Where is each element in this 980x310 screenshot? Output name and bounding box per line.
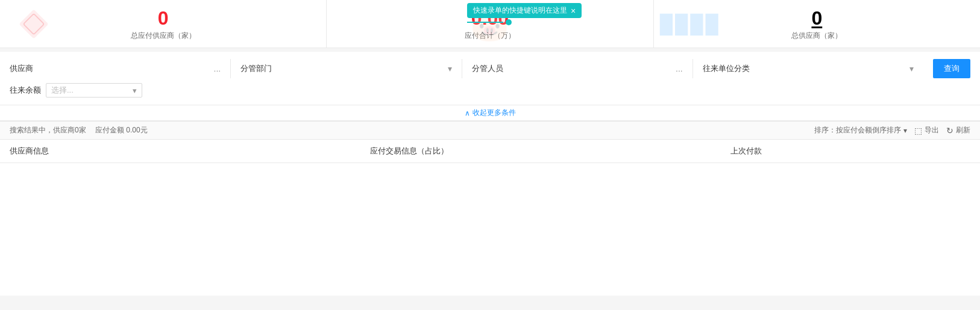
col-payable-transactions: 应付交易信息（占比） <box>370 146 730 157</box>
total-suppliers-label: 总供应商（家） <box>791 31 842 41</box>
unit-category-field: 往来单位分类 ▾ <box>693 59 923 78</box>
collapse-bar: ∧ 收起更多条件 <box>0 105 980 121</box>
payable-total-label: 应付合计（万） <box>465 31 515 41</box>
export-label: 导出 <box>925 125 939 135</box>
sort-selector[interactable]: 排序：按应付会额倒序排序 ▾ <box>814 125 907 135</box>
supplier-ellipsis[interactable]: ... <box>214 64 221 73</box>
tooltip-close-icon[interactable]: × <box>571 6 576 16</box>
bg-decoration: ████ <box>660 14 721 34</box>
result-text: 搜索结果中，供应商0家 <box>10 126 86 134</box>
export-icon: ⬚ <box>914 126 922 135</box>
manager-ellipsis[interactable]: ... <box>676 64 683 73</box>
col-last-payment: 上次付款 <box>730 146 971 157</box>
supplier-label: 供应商 <box>10 63 41 74</box>
supplier-field: 供应商 ... <box>10 59 231 78</box>
result-summary: 搜索结果中，供应商0家 应付金额 0.00元 <box>10 125 148 135</box>
unit-category-input[interactable] <box>750 64 909 73</box>
filter-row-1: 供应商 ... 分管部门 ▾ 分管人员 ... 往来单位分类 ▾ 查询 <box>10 59 970 78</box>
manager-label: 分管人员 <box>472 63 503 74</box>
manager-field: 分管人员 ... <box>462 59 693 78</box>
tooltip-dot <box>506 19 512 25</box>
payable-suppliers-number: 0 <box>158 7 169 29</box>
summary-payable-suppliers: 0 总应付供应商（家） <box>0 0 327 48</box>
query-button[interactable]: 查询 <box>933 59 970 78</box>
department-field: 分管部门 ▾ <box>231 59 462 78</box>
tooltip-container: 快速录单的快捷键说明在这里 × <box>467 3 582 25</box>
balance-placeholder: 选择... <box>51 85 74 96</box>
filter-row-2: 往来余额 选择... ▾ <box>10 83 970 98</box>
result-amount: 应付金额 0.00元 <box>95 126 148 134</box>
col-supplier-info: 供应商信息 <box>10 146 370 157</box>
refresh-button[interactable]: ↻ 刷新 <box>946 125 970 135</box>
unit-category-dropdown-icon[interactable]: ▾ <box>909 64 914 73</box>
summary-payable-total: 🐷 快速录单的快捷键说明在这里 × 0.00 应付合计（万） <box>327 0 653 48</box>
balance-select[interactable]: 选择... ▾ <box>46 83 142 98</box>
department-input[interactable] <box>272 64 447 73</box>
table-header: 供应商信息 应付交易信息（占比） 上次付款 <box>0 140 980 163</box>
collapse-chevron-icon: ∧ <box>465 109 470 117</box>
sort-label: 排序：按应付会额倒序排序 <box>814 125 901 135</box>
export-button[interactable]: ⬚ 导出 <box>914 125 939 135</box>
summary-bar: 0 总应付供应商（家） 🐷 快速录单的快捷键说明在这里 × 0.00 应付合计（… <box>0 0 980 48</box>
result-actions: 排序：按应付会额倒序排序 ▾ ⬚ 导出 ↻ 刷新 <box>814 125 970 135</box>
balance-label: 往来余额 <box>10 85 41 96</box>
total-suppliers-number: 0 <box>811 7 822 29</box>
refresh-icon: ↻ <box>946 126 953 135</box>
unit-category-label: 往来单位分类 <box>703 63 750 74</box>
result-bar: 搜索结果中，供应商0家 应付金额 0.00元 排序：按应付会额倒序排序 ▾ ⬚ … <box>0 121 980 140</box>
department-label: 分管部门 <box>240 63 272 74</box>
collapse-label: 收起更多条件 <box>473 108 516 118</box>
payable-suppliers-label: 总应付供应商（家） <box>131 31 196 41</box>
tooltip-bubble: 快速录单的快捷键说明在这里 × <box>467 3 582 18</box>
diamond-icon <box>18 8 49 40</box>
table-empty-state <box>0 163 980 296</box>
tooltip-text: 快速录单的快捷键说明在这里 <box>473 5 567 16</box>
supplier-input[interactable] <box>41 64 214 73</box>
manager-input[interactable] <box>503 64 676 73</box>
filter-area: 供应商 ... 分管部门 ▾ 分管人员 ... 往来单位分类 ▾ 查询 往来余额… <box>0 52 980 105</box>
table-area: 供应商信息 应付交易信息（占比） 上次付款 <box>0 140 980 296</box>
tooltip-line <box>467 19 582 25</box>
refresh-label: 刷新 <box>956 125 970 135</box>
balance-dropdown-icon: ▾ <box>133 86 137 95</box>
department-dropdown-icon[interactable]: ▾ <box>448 64 452 73</box>
collapse-button[interactable]: ∧ 收起更多条件 <box>465 108 516 118</box>
sort-dropdown-icon: ▾ <box>903 126 907 135</box>
summary-total-suppliers: ████ 0 总供应商（家） <box>654 0 980 48</box>
tooltip-tail <box>467 22 503 23</box>
